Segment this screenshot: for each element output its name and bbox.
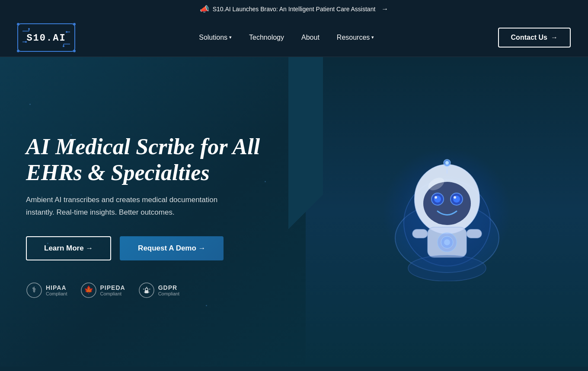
solutions-label: Solutions: [199, 34, 227, 41]
request-demo-button[interactable]: Request A Demo →: [120, 236, 224, 260]
gdpr-icon: ★ ★ ★ ★ ★: [138, 282, 155, 298]
svg-point-35: [444, 239, 450, 245]
svg-point-41: [445, 161, 449, 165]
svg-point-5: [63, 45, 64, 47]
hero-title: AI Medical Scribe for All EHRs & Special…: [26, 134, 280, 186]
svg-point-38: [408, 255, 486, 281]
pipeda-icon: 🍁: [80, 282, 97, 298]
hero-robot-area: [306, 57, 588, 367]
compliance-badges: ⚕ HIPAA Compliant 🍁 PIPEDA: [26, 282, 280, 298]
pipeda-badge: 🍁 PIPEDA Compliant: [80, 282, 125, 298]
hero-subtitle: Ambient AI transcribes and creates medic…: [26, 194, 233, 219]
svg-point-2: [28, 28, 30, 30]
contact-us-button[interactable]: Contact Us →: [498, 28, 571, 48]
nav-item-resources[interactable]: Resources ▾: [337, 34, 374, 41]
pipeda-name: PIPEDA: [100, 284, 125, 291]
svg-rect-36: [412, 229, 428, 238]
hipaa-icon: ⚕: [26, 282, 42, 298]
pipeda-label: Compliant: [100, 291, 125, 296]
solutions-chevron: ▾: [229, 35, 232, 40]
resources-label: Resources: [337, 34, 370, 41]
gdpr-name: GDPR: [158, 284, 180, 291]
hipaa-label: Compliant: [46, 291, 67, 296]
hero-buttons: Learn More → Request A Demo →: [26, 236, 280, 260]
svg-text:🍁: 🍁: [84, 285, 94, 295]
gdpr-label: Compliant: [158, 291, 180, 296]
announcement-bar: 📣 S10.AI Launches Bravo: An Intelligent …: [0, 0, 588, 18]
svg-text:★: ★: [149, 288, 151, 290]
svg-rect-37: [467, 229, 482, 238]
hipaa-name: HIPAA: [46, 284, 67, 291]
hipaa-badge: ⚕ HIPAA Compliant: [26, 282, 67, 298]
pipeda-text: PIPEDA Compliant: [100, 284, 125, 296]
about-label: About: [301, 34, 320, 41]
announcement-text: S10.AI Launches Bravo: An Intelligent Pa…: [213, 6, 376, 13]
nav-item-about[interactable]: About: [301, 34, 320, 41]
logo-svg: S10.AI: [22, 27, 70, 48]
nav-item-technology[interactable]: Technology: [249, 34, 284, 41]
learn-more-label: Learn More →: [44, 244, 93, 253]
contact-us-label: Contact Us: [511, 34, 547, 41]
robot-illustration: [387, 143, 508, 281]
gdpr-badge: ★ ★ ★ ★ ★ GDPR Compliant: [138, 282, 180, 298]
nav-links: Solutions ▾ Technology About Resources ▾: [199, 34, 374, 41]
announcement-arrow: →: [381, 5, 388, 13]
gdpr-text: GDPR Compliant: [158, 284, 180, 296]
hero-content: AI Medical Scribe for All EHRs & Special…: [0, 57, 306, 367]
svg-rect-21: [145, 290, 148, 293]
resources-chevron: ▾: [371, 35, 374, 40]
request-demo-label: Request A Demo →: [138, 244, 206, 253]
learn-more-button[interactable]: Learn More →: [26, 236, 111, 260]
hero-section: AI Medical Scribe for All EHRs & Special…: [0, 57, 588, 367]
navbar: S10.AI Solutions ▾ Technology About Reso…: [0, 18, 588, 57]
technology-label: Technology: [249, 34, 284, 41]
logo[interactable]: S10.AI: [17, 23, 75, 52]
robot-container: [365, 117, 529, 307]
svg-point-31: [454, 196, 456, 199]
svg-text:S10.AI: S10.AI: [26, 33, 66, 44]
svg-text:⚕: ⚕: [32, 285, 36, 294]
hipaa-text: HIPAA Compliant: [46, 284, 67, 296]
contact-us-arrow: →: [551, 34, 558, 41]
nav-item-solutions[interactable]: Solutions ▾: [199, 34, 232, 41]
announcement-icon: 📣: [200, 4, 209, 14]
svg-text:★: ★: [143, 288, 145, 290]
svg-point-28: [435, 196, 437, 199]
